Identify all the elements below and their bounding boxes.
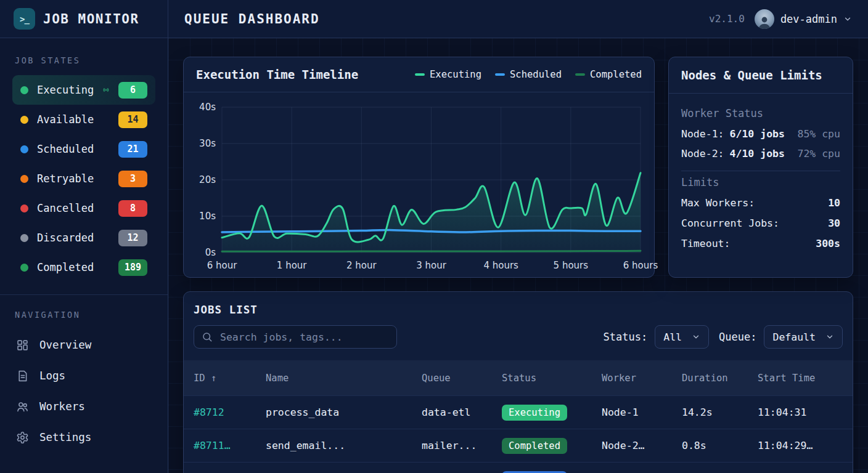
table-row[interactable]: #8710process_datamailerScheduledNode-10.… <box>184 462 853 473</box>
avatar <box>755 9 774 29</box>
limit-label: Concurrent Jobs: <box>681 217 779 229</box>
terminal-logo-icon: >_ <box>14 8 35 30</box>
select-value: All <box>663 331 682 343</box>
search-input[interactable] <box>219 331 389 344</box>
sidebar: JOB STATES Executing6Available14Schedule… <box>0 38 168 473</box>
state-label: Executing <box>37 84 94 96</box>
filter-select-queue[interactable]: Default <box>764 325 843 349</box>
job-id-link[interactable]: #8711… <box>194 440 266 451</box>
search-box[interactable] <box>194 325 397 349</box>
job-queue: data-etl <box>422 406 502 418</box>
column-header-4[interactable]: Worker <box>602 373 682 384</box>
page-title: QUEUE DASHBOARD <box>184 12 320 26</box>
legend-item-scheduled[interactable]: Scheduled <box>495 69 562 80</box>
state-label: Discarded <box>37 232 94 244</box>
column-header-0[interactable]: ID ↑ <box>194 373 266 384</box>
sidebar-item-workers[interactable]: Workers <box>12 391 155 422</box>
state-label: Retryable <box>37 172 94 185</box>
filter-select-status[interactable]: All <box>655 325 709 349</box>
status-badge: Completed <box>502 438 567 454</box>
legend-label: Completed <box>590 69 642 80</box>
sidebar-item-settings[interactable]: Settings <box>12 422 155 453</box>
legend-item-completed[interactable]: Completed <box>575 69 642 80</box>
x-tick: 2 hour <box>346 260 377 271</box>
sidebar-state-cancelled[interactable]: Cancelled8 <box>12 193 155 223</box>
state-dot <box>20 264 28 272</box>
limit-row: Max Workers:10 <box>681 197 840 209</box>
state-count-badge: 3 <box>118 171 147 187</box>
search-icon <box>202 331 213 342</box>
x-tick: 1 hour <box>277 260 307 271</box>
worker-name: Node-2: <box>681 148 724 160</box>
user-menu[interactable]: dev-admin <box>755 9 852 29</box>
job-worker: Node-1 <box>602 406 682 418</box>
table-row[interactable]: #8712process_datadata-etlExecutingNode-1… <box>184 395 853 429</box>
job-name: send_email... <box>266 440 422 451</box>
filter-label: Status: <box>604 331 648 343</box>
state-count-badge: 21 <box>118 141 147 158</box>
jobs-table-body: #8712process_datadata-etlExecutingNode-1… <box>184 395 853 473</box>
limits-heading: Limits <box>681 176 840 188</box>
job-duration: 0.8s <box>682 440 758 451</box>
sidebar-item-overview[interactable]: Overview <box>12 329 155 360</box>
state-dot <box>20 175 28 183</box>
legend-label: Scheduled <box>510 69 562 80</box>
status-badge: Executing <box>502 405 567 421</box>
chevron-down-icon <box>843 15 852 23</box>
nodes-divider <box>681 171 840 171</box>
job-id-link[interactable]: #8712 <box>194 406 266 418</box>
job-status-cell: Completed <box>502 438 567 454</box>
filter-queue: Queue:Default <box>719 325 843 349</box>
column-header-3[interactable]: Status <box>502 373 602 384</box>
column-header-1[interactable]: Name <box>266 373 422 384</box>
y-tick: 30s <box>199 138 216 149</box>
users-icon <box>16 400 29 413</box>
user-name: dev-admin <box>780 13 837 25</box>
job-states-list: Executing6Available14Scheduled21Retryabl… <box>12 75 155 282</box>
limit-label: Timeout: <box>681 238 730 249</box>
state-dot <box>20 234 28 242</box>
column-header-2[interactable]: Queue <box>422 373 502 384</box>
chevron-down-icon <box>825 333 834 341</box>
state-count-badge: 8 <box>118 200 147 217</box>
timeline-title: Execution Time Timeline <box>196 68 358 81</box>
x-tick: 4 hours <box>483 260 518 271</box>
legend-item-executing[interactable]: Executing <box>415 69 481 80</box>
nav-label: Logs <box>39 370 65 382</box>
worker-status-list: Node-1:6/10 jobs85% cpuNode-2:4/10 jobs7… <box>681 128 840 160</box>
timeline-card: Execution Time Timeline ExecutingSchedul… <box>183 57 655 278</box>
table-row[interactable]: #8711…send_email...mailer...CompletedNod… <box>184 429 853 462</box>
y-axis-labels: 0s10s20s30s40s <box>190 107 222 253</box>
sidebar-state-scheduled[interactable]: Scheduled21 <box>12 134 155 164</box>
chevron-down-icon <box>692 333 700 341</box>
y-tick: 10s <box>199 211 216 222</box>
filters: Status:AllQueue:Default <box>604 325 843 349</box>
version-label: v2.1.0 <box>709 13 745 25</box>
navigation-heading: NAVIGATION <box>15 310 153 320</box>
sidebar-state-available[interactable]: Available14 <box>12 105 155 134</box>
job-start-time: 11:04:29… <box>758 440 843 451</box>
limit-row: Timeout:300s <box>681 238 840 249</box>
nodes-card: Nodes & Queue Limits Worker Status Node-… <box>668 57 853 278</box>
state-count-badge: 6 <box>118 82 147 99</box>
sidebar-state-discarded[interactable]: Discarded12 <box>12 223 155 253</box>
job-queue: mailer... <box>422 440 502 451</box>
limit-value: 30 <box>828 217 840 229</box>
limit-value: 10 <box>828 197 840 209</box>
legend-swatch <box>495 73 505 76</box>
limit-label: Max Workers: <box>681 197 755 209</box>
state-count-badge: 189 <box>118 259 147 276</box>
legend-swatch <box>415 73 425 76</box>
job-duration: 14.2s <box>682 406 758 418</box>
sidebar-state-executing[interactable]: Executing6 <box>12 75 155 105</box>
sidebar-item-logs[interactable]: Logs <box>12 360 155 391</box>
sidebar-state-completed[interactable]: Completed189 <box>12 253 155 282</box>
jobs-table-header: ID ↑NameQueueStatusWorkerDurationStart T… <box>184 360 853 395</box>
limits-list: Max Workers:10Concurrent Jobs:30Timeout:… <box>681 197 840 249</box>
sidebar-state-retryable[interactable]: Retryable3 <box>12 164 155 193</box>
job-start-time: 11:04:31 <box>758 406 843 418</box>
column-header-6[interactable]: Start Time <box>758 373 843 384</box>
timeline-plot <box>222 107 641 253</box>
job-worker: Node-2… <box>602 440 682 451</box>
column-header-5[interactable]: Duration <box>682 373 758 384</box>
